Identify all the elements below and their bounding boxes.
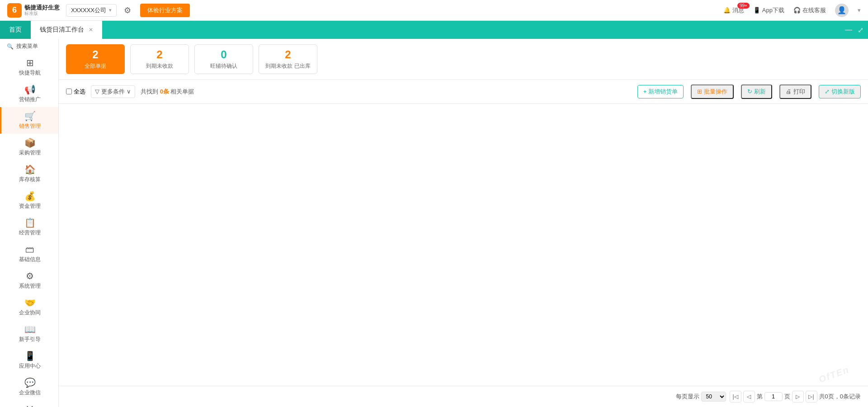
user-name[interactable]: ▾ [858,7,861,14]
nav-tabs: 首页 钱货日清工作台 ✕ — ⤢ [0,21,868,39]
summary-card-all[interactable]: 2 全部单据 [66,44,125,74]
card-shipped-label: 到期未收款 已出库 [265,62,310,70]
app-icon: 📱 [24,351,36,360]
logo-icon: 6 [7,3,22,18]
message-btn[interactable]: 🔔 消息 99+ [723,6,744,14]
nav-tabs-right: — ⤢ [845,26,868,34]
sidebar-item-yingxiao[interactable]: 📢 营销推广 [0,80,58,107]
report-icon: 📋 [24,218,36,227]
app-download-btn[interactable]: 📱 App下载 [753,6,784,14]
gear-button[interactable]: ⚙ [120,3,135,18]
logo: 6 畅捷通好生意 标准版 [7,3,66,18]
sidebar-item-yingyong[interactable]: 📱 应用中心 [0,347,58,374]
tab-qianhuori[interactable]: 钱货日清工作台 ✕ [31,21,102,39]
sidebar-item-jichu[interactable]: 🗃 基础信息 [0,240,58,267]
sidebar-label: 经营管理 [19,229,41,237]
sidebar-label: 采购管理 [19,149,41,157]
vip-icon: V [27,405,33,407]
box-icon: 📦 [24,138,36,147]
summary-card-shipped[interactable]: 2 到期未收款 已出库 [259,44,317,74]
prev-page-btn[interactable]: ◁ [743,391,755,402]
toolbar-right: + 新增销货单 ⊞ 批量操作 ↻ 刷新 🖨 打印 ⤢ 切换新版 [637,84,861,99]
trial-btn[interactable]: 体验行业方案 [140,4,190,17]
summary-card-overdue[interactable]: 2 到期未收款 [130,44,189,74]
download-icon: 📱 [753,7,760,14]
table-area [59,104,868,386]
summary-card-wang[interactable]: 0 旺辅待确认 [194,44,253,74]
sidebar-item-changhui[interactable]: V 畅会员 [0,400,58,407]
batch-icon: ⊞ [697,88,702,95]
per-page-select: 每页显示 20 50 100 [676,392,726,402]
bell-icon: 🔔 [723,7,731,14]
settings-icon: ⚙ [26,271,34,281]
select-all-label: 全选 [74,88,85,96]
sidebar-item-kucun[interactable]: 🏠 库存核算 [0,160,58,187]
database-icon: 🗃 [25,245,34,254]
sidebar-item-xitong[interactable]: ⚙ 系统管理 [0,267,58,294]
megaphone-icon: 📢 [24,85,36,94]
per-page-dropdown[interactable]: 20 50 100 [701,392,726,402]
select-all-checkbox[interactable]: 全选 [66,88,85,96]
sidebar-label: 企业微信 [19,389,41,397]
switch-version-btn[interactable]: ⤢ 切换新版 [819,85,861,98]
card-wang-num: 0 [221,48,226,61]
search-menu-btn[interactable]: 🔍 搜索菜单 [0,39,58,54]
logo-title: 畅捷通好生意 [24,4,60,11]
online-service-btn[interactable]: 🎧 在线客服 [793,6,826,14]
sidebar-item-kuaijie[interactable]: ⊞ 快捷导航 [0,54,58,80]
shop-icon: 🛒 [24,112,36,121]
sidebar-label: 基础信息 [19,256,41,263]
page-nav: |◁ ◁ 第 页 ▷ ▷| 共0页，0条记录 [730,391,861,402]
money-icon: 💰 [24,192,36,201]
company-selector[interactable]: XXXXXX公司 ▾ [66,4,117,17]
first-page-btn[interactable]: |◁ [730,391,741,402]
page-prefix: 第 [757,393,763,401]
sidebar-item-xinshou[interactable]: 📖 新手引导 [0,320,58,347]
sidebar-label: 库存核算 [19,176,41,183]
sidebar-label: 快捷导航 [19,69,41,77]
logo-text: 畅捷通好生意 标准版 [24,4,60,17]
handshake-icon: 🤝 [24,298,36,307]
app-download-label: App下载 [762,6,784,14]
online-service-label: 在线客服 [802,6,826,14]
top-bar-right: 🔔 消息 99+ 📱 App下载 🎧 在线客服 👤 ▾ [723,4,861,17]
last-page-btn[interactable]: ▷| [806,391,817,402]
search-icon: 🔍 [7,43,14,50]
tab-close-icon[interactable]: ✕ [89,27,93,33]
batch-op-btn[interactable]: ⊞ 批量操作 [691,84,734,99]
toolbar: 全选 ▽ 更多条件 ∨ 共找到 0条 相关单据 + 新增销货单 ⊞ 批量操作 ↻… [59,80,868,104]
page-suffix: 页 [784,393,790,401]
print-btn[interactable]: 🖨 打印 [779,84,811,99]
filter-btn[interactable]: ▽ 更多条件 ∨ [91,85,135,98]
add-order-btn[interactable]: + 新增销货单 [637,85,684,98]
sidebar-item-weixin[interactable]: 💬 企业微信 [0,374,58,400]
service-icon: 🎧 [793,7,801,14]
chevron-down-icon: ∨ [127,88,131,95]
sidebar-item-jingying[interactable]: 📋 经营管理 [0,214,58,240]
nav-minimize-icon[interactable]: — [845,26,852,34]
card-wang-label: 旺辅待确认 [210,62,237,70]
main-layout: 🔍 搜索菜单 ⊞ 快捷导航 📢 营销推广 🛒 销售管理 📦 采购管理 🏠 库存核… [0,39,868,407]
sidebar-item-qiye[interactable]: 🤝 企业协同 [0,294,58,320]
avatar[interactable]: 👤 [835,4,849,17]
total-records: 共0页，0条记录 [819,393,861,401]
per-page-label: 每页显示 [676,393,699,401]
card-overdue-num: 2 [156,48,162,61]
content-area: 2 全部单据 2 到期未收款 0 旺辅待确认 2 到期未收款 已出库 全选 [59,39,868,407]
warehouse-icon: 🏠 [24,165,36,174]
refresh-btn[interactable]: ↻ 刷新 [741,84,772,99]
sidebar-label: 营销推广 [19,96,41,103]
tab-home[interactable]: 首页 [0,21,31,39]
message-badge: 99+ [737,3,750,9]
sidebar-item-xiaoshou[interactable]: 🛒 销售管理 [0,107,58,134]
nav-maximize-icon[interactable]: ⤢ [858,26,863,34]
sidebar-item-zijin[interactable]: 💰 资金管理 [0,187,58,214]
next-page-btn[interactable]: ▷ [792,391,804,402]
page-input[interactable] [764,392,783,401]
print-icon: 🖨 [786,88,792,95]
checkbox-input[interactable] [66,89,72,94]
card-shipped-num: 2 [285,48,291,61]
card-all-num: 2 [92,48,98,61]
sidebar-label: 应用中心 [19,362,41,370]
sidebar-item-caigou[interactable]: 📦 采购管理 [0,134,58,160]
